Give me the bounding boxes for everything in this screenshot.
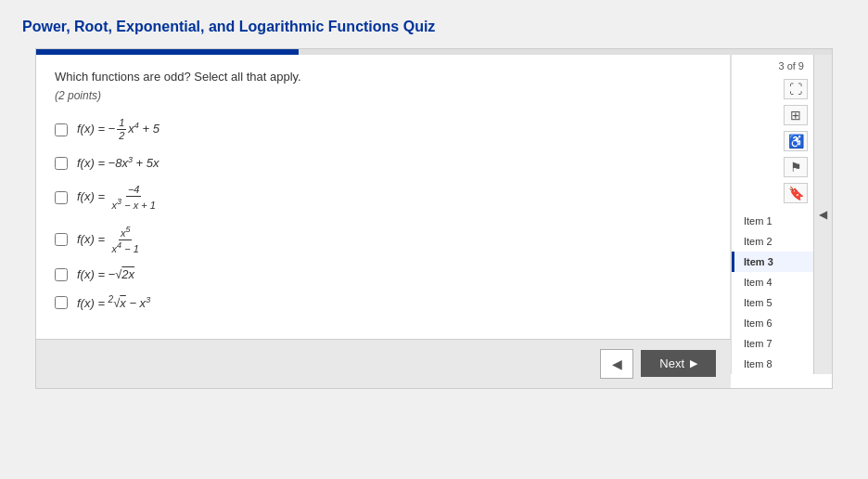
accessibility-icon[interactable]: ♿ xyxy=(784,131,808,151)
page-container: Power, Root, Exponential, and Logarithmi… xyxy=(19,19,849,389)
main-content: Which functions are odd? Select all that… xyxy=(36,55,731,388)
bookmark-icon[interactable]: 🔖 xyxy=(784,183,808,203)
top-area: Which functions are odd? Select all that… xyxy=(36,55,832,388)
sidebar-collapse-button[interactable]: ◀ xyxy=(813,55,832,374)
formula-label-4: f(x) = x5x4 − 1 xyxy=(77,225,143,255)
answer-option-6: f(x) = 2√x − x3 xyxy=(55,294,711,310)
nav-item-item1[interactable]: Item 1 xyxy=(732,211,813,231)
collapse-arrow-icon: ◀ xyxy=(819,208,827,221)
sidebar-icons: ⛶⊞♿⚑🔖 xyxy=(732,75,813,203)
expand-icon[interactable]: ⛶ xyxy=(784,79,808,99)
next-label: Next xyxy=(659,356,684,370)
points-text: (2 points) xyxy=(55,89,711,102)
answer-option-4: f(x) = x5x4 − 1 xyxy=(55,225,711,255)
question-area: Which functions are odd? Select all that… xyxy=(36,55,731,339)
checkbox-1[interactable] xyxy=(55,123,68,136)
answer-option-5: f(x) = −√2x xyxy=(55,267,711,281)
question-text: Which functions are odd? Select all that… xyxy=(55,70,711,84)
checkbox-6[interactable] xyxy=(55,296,68,309)
formula-label-6: f(x) = 2√x − x3 xyxy=(77,294,150,310)
right-panel: 3 of 9 ⛶⊞♿⚑🔖 Item 1Item 2Item 3Item 4Ite… xyxy=(731,55,832,374)
grid-icon[interactable]: ⊞ xyxy=(784,105,808,125)
page-counter: 3 of 9 xyxy=(732,55,813,75)
nav-item-item4[interactable]: Item 4 xyxy=(732,272,813,292)
answer-option-3: f(x) = −4x3 − x + 1 xyxy=(55,184,711,212)
nav-item-item8[interactable]: Item 8 xyxy=(732,354,813,374)
checkbox-5[interactable] xyxy=(55,268,68,281)
formula-label-3: f(x) = −4x3 − x + 1 xyxy=(77,184,160,212)
formula-label-1: f(x) = −12x4 + 5 xyxy=(77,117,160,142)
checkbox-2[interactable] xyxy=(55,157,68,170)
footer-bar: ◀ Next ▶ xyxy=(36,339,731,388)
formula-label-5: f(x) = −√2x xyxy=(77,267,134,281)
back-button[interactable]: ◀ xyxy=(600,349,633,379)
flag-icon[interactable]: ⚑ xyxy=(784,157,808,177)
nav-items: Item 1Item 2Item 3Item 4Item 5Item 6Item… xyxy=(732,211,813,374)
nav-item-item7[interactable]: Item 7 xyxy=(732,333,813,354)
quiz-container: Which functions are odd? Select all that… xyxy=(35,48,833,389)
back-arrow-icon: ◀ xyxy=(612,356,622,371)
nav-item-item2[interactable]: Item 2 xyxy=(732,231,813,252)
next-arrow-icon: ▶ xyxy=(690,357,697,369)
next-button[interactable]: Next ▶ xyxy=(641,350,716,377)
nav-item-item6[interactable]: Item 6 xyxy=(732,313,813,333)
answer-option-2: f(x) = −8x3 + 5x xyxy=(55,155,711,170)
checkbox-4[interactable] xyxy=(55,233,68,246)
checkbox-3[interactable] xyxy=(55,191,68,204)
formula-label-2: f(x) = −8x3 + 5x xyxy=(77,155,159,170)
page-title: Power, Root, Exponential, and Logarithmi… xyxy=(19,19,849,35)
nav-item-item3[interactable]: Item 3 xyxy=(732,252,813,272)
nav-item-item5[interactable]: Item 5 xyxy=(732,292,813,313)
answer-option-1: f(x) = −12x4 + 5 xyxy=(55,117,711,142)
answers-container: f(x) = −12x4 + 5f(x) = −8x3 + 5xf(x) = −… xyxy=(55,117,711,311)
nav-panel: 3 of 9 ⛶⊞♿⚑🔖 Item 1Item 2Item 3Item 4Ite… xyxy=(732,55,813,374)
